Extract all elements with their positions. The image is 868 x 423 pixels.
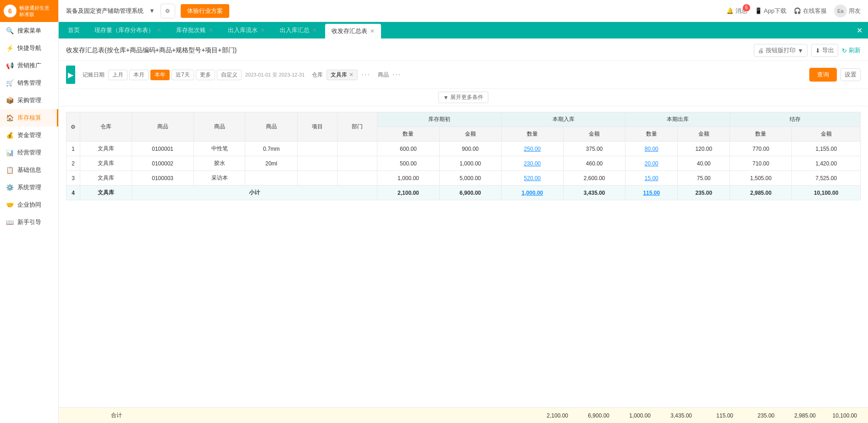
- tab-home-label: 首页: [68, 26, 80, 34]
- cell-code: 0100003: [132, 171, 194, 186]
- sidebar-item-inventory[interactable]: 🏠 库存核算: [0, 109, 58, 126]
- subtotal-out-qty: 115.00: [625, 186, 678, 200]
- warehouse-tag[interactable]: 文具库 ✕: [326, 70, 358, 80]
- cell-bal-qty: 1,505.00: [730, 171, 792, 186]
- settings-button[interactable]: ⚙: [160, 4, 175, 18]
- chart-icon: 📊: [6, 148, 14, 157]
- lightning-icon: ⚡: [6, 44, 14, 52]
- sidebar-item-guide[interactable]: 📖 新手引导: [0, 214, 58, 231]
- settings-query-button[interactable]: 设置: [840, 68, 861, 81]
- date-btn-7days[interactable]: 近7天: [171, 70, 194, 80]
- total-open-qty: 2,100.00: [531, 412, 572, 419]
- tab-close-active-icon[interactable]: ✕: [370, 28, 375, 34]
- cell-name: 采访本: [194, 171, 245, 186]
- sidebar-item-label: 快捷导航: [17, 44, 41, 52]
- tab-collect-summary[interactable]: 收发存汇总表 ✕: [325, 24, 381, 38]
- goods-filter-dots[interactable]: ···: [393, 71, 401, 79]
- user-item[interactable]: Ea 用友: [834, 5, 861, 17]
- tab-home[interactable]: 首页: [61, 24, 86, 37]
- app-download-item[interactable]: 📱 App下载: [755, 7, 786, 15]
- subtotal-out-qty-link[interactable]: 115.00: [643, 190, 660, 196]
- sidebar-item-purchase[interactable]: 📦 采购管理: [0, 92, 58, 109]
- tab-close-icon[interactable]: ✕: [312, 27, 317, 33]
- in-qty-link[interactable]: 230.00: [524, 160, 541, 167]
- warehouse-tag-close-icon[interactable]: ✕: [349, 71, 354, 78]
- tab-flow[interactable]: 出入库流水 ✕: [221, 24, 271, 37]
- cell-dept: [337, 142, 377, 156]
- total-bar: 合计 2,100.00 6,900.00 1,000.00 3,435.00 1…: [59, 407, 868, 423]
- out-qty-link[interactable]: 15.00: [645, 175, 658, 181]
- th-open-amt: 金额: [439, 127, 501, 142]
- total-label: 合计: [66, 412, 167, 419]
- main-area: 装备及固定资产辅助管理系统 ▼ ⚙ 体验行业方案 🔔 6 消息 📱 App下载 …: [59, 0, 868, 423]
- filter-toggle-button[interactable]: ▶: [66, 66, 75, 84]
- tab-close-icon[interactable]: ✕: [260, 27, 265, 33]
- cell-in-qty[interactable]: 250.00: [501, 142, 563, 156]
- th-settings[interactable]: ⚙: [66, 112, 80, 142]
- cell-out-qty[interactable]: 20.00: [625, 156, 678, 171]
- cell-in-qty[interactable]: 230.00: [501, 156, 563, 171]
- cell-in-qty[interactable]: 520.00: [501, 171, 563, 186]
- out-qty-link[interactable]: 80.00: [645, 146, 658, 152]
- trial-button[interactable]: 体验行业方案: [181, 4, 229, 18]
- in-qty-link[interactable]: 250.00: [524, 146, 541, 152]
- sidebar-item-operations[interactable]: 📊 经营管理: [0, 144, 58, 161]
- cell-name: 胶水: [194, 156, 245, 171]
- expand-conditions-button[interactable]: ▼ 展开更多条件: [438, 92, 489, 103]
- print-button[interactable]: 🖨 按钮版打印 ▼: [754, 44, 807, 57]
- in-qty-link[interactable]: 520.00: [524, 175, 541, 181]
- tab-close-icon[interactable]: ✕: [209, 27, 213, 33]
- tab-bar-close-icon[interactable]: ✕: [853, 26, 866, 35]
- house-icon: 🏠: [6, 114, 14, 122]
- date-btn-last-month[interactable]: 上月: [108, 70, 127, 80]
- sidebar-item-system[interactable]: ⚙️ 系统管理: [0, 179, 58, 196]
- sidebar-item-label: 资金管理: [17, 131, 41, 139]
- cell-out-qty[interactable]: 80.00: [625, 142, 678, 156]
- cell-code: 0100001: [132, 142, 194, 156]
- subtotal-in-qty-link[interactable]: 1,000.00: [522, 190, 543, 196]
- gear-icon: ⚙️: [6, 183, 14, 192]
- sidebar-item-label: 销售管理: [17, 79, 41, 87]
- cell-warehouse: 文具库: [80, 142, 132, 156]
- sidebar-item-cooperation[interactable]: 🤝 企业协同: [0, 196, 58, 214]
- warehouse-label: 仓库: [312, 71, 323, 79]
- tab-summary[interactable]: 出入库汇总 ✕: [273, 24, 323, 37]
- logo-text: 畅捷通好生意 标准版: [19, 5, 50, 18]
- out-qty-link[interactable]: 20.00: [645, 160, 658, 167]
- refresh-button[interactable]: ↻ 刷新: [842, 46, 861, 55]
- search-icon: 🔍: [6, 27, 14, 35]
- cell-spec: 20ml: [245, 156, 298, 171]
- sidebar-item-sales[interactable]: 🛒 销售管理: [0, 74, 58, 92]
- warehouse-filter-dots[interactable]: ···: [361, 71, 370, 79]
- date-btn-custom[interactable]: 自定义: [217, 70, 242, 80]
- logo-icon: 6: [4, 5, 17, 17]
- total-out-amt: 235.00: [737, 412, 778, 419]
- export-button[interactable]: ⬇ 导出: [811, 44, 838, 57]
- sidebar: 6 畅捷通好生意 标准版 🔍 搜索菜单 ⚡ 快捷导航 📢 营销推广 🛒 销售管理…: [0, 0, 59, 423]
- sidebar-item-quick-nav[interactable]: ⚡ 快捷导航: [0, 39, 58, 57]
- date-btn-this-year[interactable]: 本年: [150, 70, 170, 80]
- system-dropdown[interactable]: ▼: [149, 7, 155, 14]
- cell-in-amt: 2,600.00: [564, 171, 625, 186]
- sidebar-item-label: 营销推广: [17, 61, 41, 70]
- date-btn-more[interactable]: 更多: [196, 70, 215, 80]
- total-bal-qty: 2,985.00: [778, 412, 819, 419]
- total-values: 2,100.00 6,900.00 1,000.00 3,435.00 115.…: [167, 412, 861, 419]
- query-button[interactable]: 查询: [809, 68, 837, 82]
- online-service-item[interactable]: 🎧 在线客服: [794, 7, 827, 15]
- th-code: 商品: [132, 112, 194, 142]
- date-btn-this-month[interactable]: 本月: [129, 70, 149, 80]
- sidebar-item-finance[interactable]: 💰 资金管理: [0, 126, 58, 144]
- sidebar-item-search[interactable]: 🔍 搜索菜单: [0, 22, 58, 39]
- tab-inventory-dist[interactable]: 现存量（库存分布表） ✕: [88, 24, 168, 37]
- cell-out-amt: 75.00: [678, 171, 730, 186]
- tab-batch[interactable]: 库存批次账 ✕: [170, 24, 220, 37]
- cell-out-qty[interactable]: 15.00: [625, 171, 678, 186]
- sidebar-item-marketing[interactable]: 📢 营销推广: [0, 57, 58, 74]
- th-project: 项目: [298, 112, 337, 142]
- th-out-qty: 数量: [625, 127, 678, 142]
- cell-no: 1: [66, 142, 80, 156]
- notification-item[interactable]: 🔔 6 消息: [726, 7, 747, 15]
- tab-close-icon[interactable]: ✕: [157, 27, 161, 33]
- sidebar-item-base-info[interactable]: 📋 基础信息: [0, 161, 58, 179]
